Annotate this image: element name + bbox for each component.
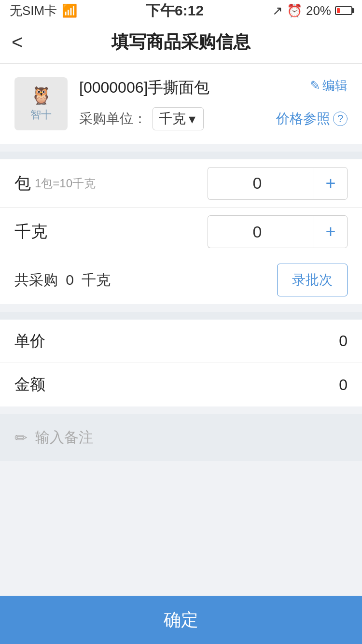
batch-label: 录批次 <box>292 272 333 287</box>
unit-price-label: 单价 <box>14 331 45 352</box>
amount-value: 0 <box>339 376 348 394</box>
status-right: ↗ ⏰ 20% <box>272 3 352 18</box>
unit-dropdown[interactable]: 千克 ▾ <box>153 107 204 130</box>
bag-plus-button[interactable]: + <box>314 167 348 200</box>
content-spacer <box>0 461 362 616</box>
summary-prefix: 共采购 <box>14 272 58 288</box>
note-section[interactable]: ✏ 输入备注 <box>0 414 362 461</box>
kg-quantity-wrapper: + <box>208 215 348 248</box>
price-ref-button[interactable]: 价格参照 ? <box>276 110 348 128</box>
unit-value: 千克 <box>159 110 186 128</box>
help-icon: ? <box>333 112 348 126</box>
kg-plus-button[interactable]: + <box>314 215 348 248</box>
battery-percentage: 20% <box>306 3 331 18</box>
edit-icon: ✎ <box>310 78 320 93</box>
unit-price-value: 0 <box>339 332 348 350</box>
divider-1 <box>0 152 362 159</box>
kg-input-row: 千克 + <box>0 208 362 256</box>
back-icon: < <box>12 31 23 53</box>
brand-label: 智十 <box>30 108 52 122</box>
battery-icon <box>335 6 352 15</box>
price-ref-label: 价格参照 <box>276 110 330 128</box>
summary-unit: 千克 <box>82 272 111 288</box>
amount-row: 金额 0 <box>0 363 362 406</box>
nav-bar: < 填写商品采购信息 <box>0 21 362 64</box>
edit-label: 编辑 <box>322 77 348 94</box>
wifi-icon: 📶 <box>62 3 77 18</box>
kg-label: 千克 <box>14 221 47 243</box>
batch-button[interactable]: 录批次 <box>277 264 348 296</box>
status-bar: 无SIM卡 📶 下午6:12 ↗ ⏰ 20% <box>0 0 362 21</box>
product-owl-icon: 🦉 <box>30 85 52 106</box>
product-card: 🦉 智十 [0000006]手撕面包 ✎ 编辑 采购单位： 千克 ▾ 价格参照 <box>0 64 362 144</box>
alarm-icon: ⏰ <box>287 3 302 18</box>
page-title: 填写商品采购信息 <box>111 30 251 54</box>
product-image: 🦉 智十 <box>14 77 68 130</box>
summary-row: 共采购 0 千克 录批次 <box>0 256 362 304</box>
bag-label: 包 <box>14 172 31 195</box>
product-name: [0000006]手撕面包 <box>79 77 209 98</box>
back-button[interactable]: < <box>12 31 23 53</box>
amount-label: 金额 <box>14 374 45 395</box>
bag-quantity-wrapper: + <box>208 167 348 200</box>
confirm-button[interactable]: 确定 <box>0 596 362 644</box>
dropdown-arrow-icon: ▾ <box>189 111 195 127</box>
status-left: 无SIM卡 📶 <box>10 2 77 19</box>
summary-amount: 0 <box>66 272 74 288</box>
time-label: 下午6:12 <box>146 1 204 21</box>
kg-quantity-input[interactable] <box>208 215 314 248</box>
note-placeholder: 输入备注 <box>35 428 93 448</box>
location-icon: ↗ <box>272 3 283 18</box>
unit-price-row: 单价 0 <box>0 320 362 363</box>
price-section: 单价 0 金额 0 <box>0 320 362 406</box>
input-section: 包 1包=10千克 + 千克 + <box>0 159 362 256</box>
unit-selector: 采购单位： 千克 ▾ <box>79 107 204 130</box>
note-pencil-icon: ✏ <box>14 429 28 447</box>
divider-2 <box>0 312 362 320</box>
confirm-label: 确定 <box>164 608 198 632</box>
product-info: [0000006]手撕面包 ✎ 编辑 采购单位： 千克 ▾ 价格参照 ? <box>79 77 348 130</box>
edit-button[interactable]: ✎ 编辑 <box>310 77 348 94</box>
bag-quantity-input[interactable] <box>208 167 314 200</box>
unit-label: 采购单位： <box>79 110 147 128</box>
bag-input-row: 包 1包=10千克 + <box>0 159 362 208</box>
summary-text: 共采购 0 千克 <box>14 270 111 290</box>
carrier-label: 无SIM卡 <box>10 2 57 19</box>
bag-sublabel: 1包=10千克 <box>35 176 96 191</box>
